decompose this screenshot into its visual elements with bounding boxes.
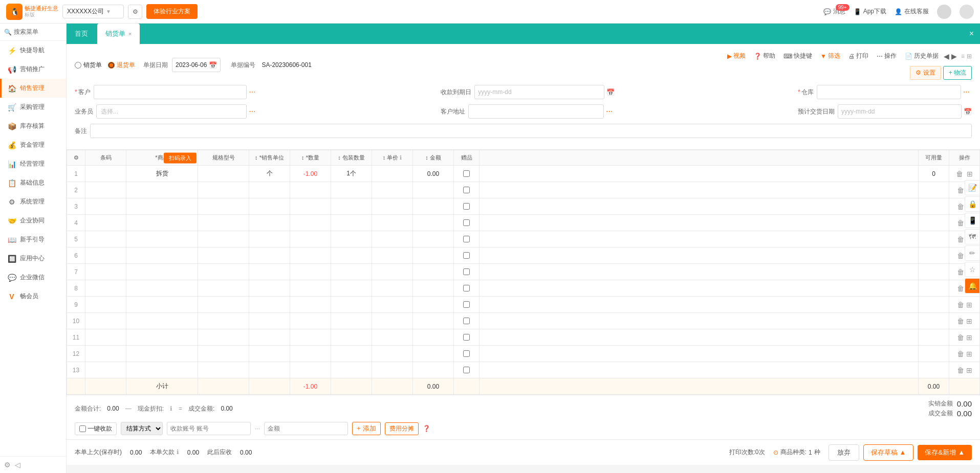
delete-icon[interactable]: 🗑 — [957, 186, 964, 194]
delete-icon[interactable]: 🗑 — [957, 301, 964, 309]
delete-icon-1[interactable]: 🗑 — [956, 170, 963, 178]
abandon-btn[interactable]: 放弃 — [829, 444, 859, 461]
cell-unit-1[interactable]: 个 — [249, 166, 290, 182]
sidebar-item-sales[interactable]: 🏠 销售管理 — [0, 79, 66, 98]
app-download-btn[interactable]: 📱 App下载 — [854, 7, 886, 16]
due-date-input[interactable]: yyyy-mm-dd — [474, 85, 604, 99]
one-click-payment-btn[interactable]: 一键收款 — [75, 422, 117, 435]
float-phone-btn[interactable]: 📱 — [965, 213, 980, 228]
col-header-settings[interactable]: ⚙ — [67, 150, 85, 166]
calendar-icon[interactable]: 📅 — [209, 61, 217, 69]
sidebar-item-enterprise[interactable]: 🤝 企业协同 — [0, 211, 66, 230]
radio-sale[interactable]: 销货单 — [75, 61, 102, 70]
cell-extra-1[interactable] — [480, 166, 919, 182]
payment-account-input[interactable] — [167, 422, 251, 435]
due-date-cal-icon[interactable]: 📅 — [606, 88, 615, 96]
delete-icon[interactable]: 🗑 — [957, 317, 964, 325]
customer-dots-btn[interactable]: ··· — [247, 87, 257, 97]
settings-icon[interactable]: ⚙ — [128, 5, 142, 19]
debit-help-icon[interactable]: ℹ — [177, 448, 179, 456]
tab-home[interactable]: 首页 — [67, 24, 96, 44]
sidebar-item-basic[interactable]: 📋 基础信息 — [0, 173, 66, 192]
video-btn[interactable]: ▶ 视频 — [724, 50, 749, 62]
tab-bar-close-icon[interactable]: × — [969, 29, 980, 38]
sidebar-item-marketing[interactable]: 📢 营销推广 — [0, 60, 66, 79]
tab-sales-order[interactable]: 销货单 × — [97, 24, 140, 44]
float-map-btn[interactable]: 🗺 — [965, 229, 980, 244]
doc-date-field[interactable]: 2023-06-06 📅 — [172, 58, 221, 72]
cell-pkg-1[interactable]: 1个 — [331, 166, 372, 182]
delete-icon[interactable]: 🗑 — [957, 268, 964, 276]
warehouse-input[interactable]: 建材仓 — [817, 85, 961, 99]
cell-qty-1[interactable]: -1.00 — [290, 166, 331, 182]
avatar[interactable] — [937, 5, 951, 19]
discount-help-icon[interactable]: ℹ — [170, 405, 172, 412]
float-lock-btn[interactable]: 🔒 — [965, 196, 980, 212]
doc-settings-btn[interactable]: ⚙ 设置 — [910, 66, 941, 80]
print-btn[interactable]: 🖨 打印 — [845, 50, 872, 62]
float-edit-btn[interactable]: ✏ — [965, 245, 980, 261]
salesperson-dots-btn[interactable]: ··· — [247, 107, 257, 116]
cell-gift-1[interactable] — [454, 166, 480, 182]
scan-btn[interactable]: 扫码录入 — [164, 152, 197, 163]
settings-bottom-icon[interactable]: ⚙ — [4, 461, 11, 469]
company-selector[interactable]: XXXXXX公司 ▼ — [62, 5, 124, 18]
float-alert-btn[interactable]: 🔔 — [965, 278, 980, 294]
delete-icon[interactable]: 🗑 — [957, 235, 964, 243]
collapse-icon[interactable]: ◁ — [15, 461, 20, 469]
save-draft-btn[interactable]: 保存草稿 ▲ — [863, 444, 914, 461]
sidebar-search[interactable]: 🔍 搜索菜单 — [0, 24, 66, 41]
logistics-btn[interactable]: + 物流 — [943, 66, 972, 80]
float-star-btn[interactable]: ☆ — [965, 262, 980, 277]
sidebar-item-guide[interactable]: 📖 新手引导 — [0, 230, 66, 249]
trial-button[interactable]: 体验行业方案 — [146, 4, 198, 19]
dots-icon[interactable]: ··· — [255, 425, 260, 432]
price-info-icon[interactable]: ℹ — [400, 154, 402, 161]
customer-input[interactable] — [94, 85, 247, 99]
delete-icon[interactable]: 🗑 — [957, 219, 964, 227]
delete-icon[interactable]: 🗑 — [957, 350, 964, 358]
delete-icon[interactable]: 🗑 — [957, 202, 964, 211]
sidebar-item-system[interactable]: ⚙ 系统管理 — [0, 192, 66, 211]
sidebar-item-member[interactable]: V 畅会员 — [0, 287, 66, 306]
float-note-btn[interactable]: 📝 — [965, 180, 980, 195]
filter-btn[interactable]: ▼ 筛选 — [817, 50, 843, 62]
one-click-checkbox[interactable] — [79, 425, 86, 432]
sidebar-item-finance[interactable]: 💰 资金管理 — [0, 136, 66, 154]
cell-price-1[interactable] — [372, 166, 413, 182]
copy-icon[interactable]: ⊞ — [966, 366, 972, 374]
copy-icon-1[interactable]: ⊞ — [967, 170, 973, 178]
address-dots-btn[interactable]: ··· — [604, 107, 615, 116]
grid-view-icon[interactable]: ⊞ — [967, 53, 972, 60]
sidebar-item-quick-nav[interactable]: ⚡ 快捷导航 — [0, 41, 66, 60]
fee-help-icon[interactable]: ❓ — [423, 425, 430, 432]
sidebar-item-appstore[interactable]: 🔲 应用中心 — [0, 249, 66, 268]
copy-icon[interactable]: ⊞ — [966, 333, 972, 342]
remark-input[interactable] — [90, 124, 972, 138]
message-btn[interactable]: 💬 消息 99+ — [823, 7, 845, 16]
sidebar-item-wechat[interactable]: 💬 企业微信 — [0, 268, 66, 287]
cell-spec-1[interactable] — [198, 166, 249, 182]
nav-prev-icon[interactable]: ◀ — [944, 52, 949, 60]
cell-amount-1[interactable]: 0.00 — [413, 166, 454, 182]
expected-date-cal-icon[interactable]: 📅 — [964, 108, 972, 116]
fee-split-btn[interactable]: 费用分摊 — [385, 422, 419, 435]
shortcut-btn[interactable]: ⌨ 快捷键 — [780, 50, 815, 62]
warehouse-dots-btn[interactable]: ··· — [961, 87, 972, 97]
copy-icon[interactable]: ⊞ — [966, 317, 972, 325]
tab-close-icon[interactable]: × — [128, 31, 132, 37]
col-settings-icon[interactable]: ⚙ — [74, 154, 79, 161]
cell-barcode-1[interactable] — [85, 166, 126, 182]
salesperson-input[interactable] — [96, 104, 247, 119]
nav-next-icon[interactable]: ▶ — [951, 52, 957, 60]
save-new-btn[interactable]: 保存&新增 ▲ — [918, 445, 972, 460]
address-input[interactable] — [468, 104, 604, 119]
sidebar-item-inventory[interactable]: 📦 库存核算 — [0, 117, 66, 136]
sidebar-item-operation[interactable]: 📊 经营管理 — [0, 154, 66, 173]
delete-icon[interactable]: 🗑 — [957, 252, 964, 260]
avatar2[interactable] — [960, 5, 974, 19]
expected-date-input[interactable]: yyyy-mm-dd — [838, 104, 962, 119]
online-service-btn[interactable]: 👤 在线客服 — [895, 7, 929, 16]
delete-icon[interactable]: 🗑 — [957, 284, 964, 292]
list-view-icon[interactable]: ≡ — [961, 53, 965, 60]
